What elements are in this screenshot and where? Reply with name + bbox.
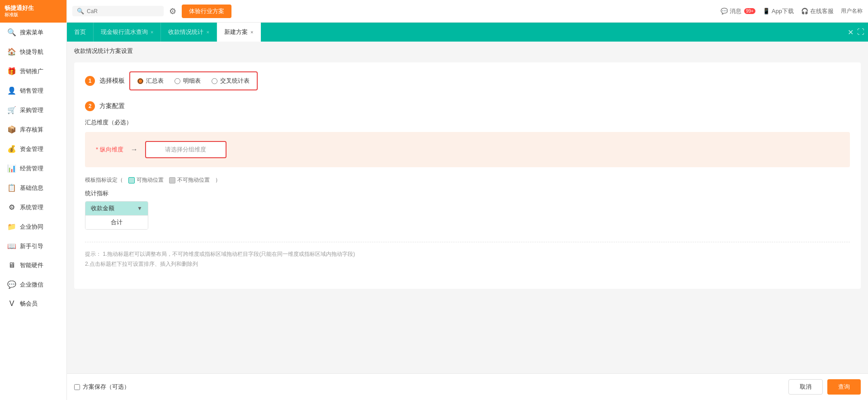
save-checkbox-text: 方案保存（可选） [83,383,130,391]
search-box[interactable]: 🔍 [72,6,164,16]
hint-text-1: 提示： 1.拖动标题栏可以调整布局，不可跨维度或指标区域拖动栏目字段(只能在同一… [85,249,850,259]
main-card: 1 选择模板 汇总表 明细表 交叉统计表 [74,62,861,289]
radio-summary-label: 汇总表 [146,77,164,85]
hint-2: 2.点击标题栏下拉可设置排序、插入列和删除列 [85,261,198,267]
settings-icon[interactable]: ⚙ [169,6,176,16]
sidebar-item-beginner-guide[interactable]: 📖新手引导 [0,236,66,256]
tab-collection-stats[interactable]: 收款情况统计× [161,23,217,42]
sidebar-item-finance[interactable]: 💰资金管理 [0,139,66,159]
template-options: 汇总表 明细表 交叉统计表 [129,71,258,90]
dimension-section-label: 汇总维度（必选） [85,118,850,127]
tab-cash-bank[interactable]: 现金银行流水查询× [94,23,161,42]
tabs-right-actions: ✕ ⛶ [848,28,868,37]
message-action[interactable]: 💬 消息 99+ [721,7,755,15]
sidebar-label-quick-nav: 快捷导航 [20,48,43,56]
service-icon: 🎧 [801,8,808,14]
sidebar-item-marketing[interactable]: 🎁营销推广 [0,61,66,81]
legend-non-draggable-label: 不可拖动位置 [177,176,210,184]
step1-title: 选择模板 [99,77,125,85]
draggable-box [128,177,135,184]
metrics-label: 统计指标 [85,189,850,198]
dimension-row: * 纵向维度 → 请选择分组维度 [96,141,839,158]
sidebar-icon-quick-nav: 🏠 [7,47,16,56]
col-title: 收款金额 [91,204,114,212]
search-input[interactable] [87,8,159,14]
save-checkbox[interactable] [74,384,80,390]
tab-home[interactable]: 首页 [67,23,94,42]
sidebar-logo: 畅捷通好生 标准版 [0,0,66,23]
sidebar-item-enterprise-collab[interactable]: 📁企业协同 [0,217,66,236]
radio-summary[interactable]: 汇总表 [137,77,164,85]
radio-summary-input[interactable] [137,78,143,84]
radio-cross-input[interactable] [212,78,217,84]
step2-section: 2 方案配置 汇总维度（必选） * 纵向维度 → 请选择分组维度 [85,101,850,269]
metrics-header-label: 模板指标设定（ [85,176,123,184]
sidebar-label-search-menu: 搜索菜单 [20,28,43,37]
radio-cross[interactable]: 交叉统计表 [212,77,250,85]
dimension-select[interactable]: 请选择分组维度 [145,141,226,158]
sidebar-item-sales[interactable]: 👤销售管理 [0,81,66,100]
sidebar-item-members[interactable]: V畅会员 [0,294,66,313]
sidebar-icon-system: ⚙ [7,203,16,212]
sidebar-icon-sales: 👤 [7,86,16,95]
sidebar-item-basic-info[interactable]: 📋基础信息 [0,178,66,198]
sidebar-item-system[interactable]: ⚙系统管理 [0,198,66,217]
sidebar-item-quick-nav[interactable]: 🏠快捷导航 [0,42,66,61]
message-badge: 99+ [744,8,755,14]
radio-detail[interactable]: 明细表 [175,77,201,85]
sidebar-item-search-menu[interactable]: 🔍搜索菜单 [0,23,66,42]
sidebar-label-inventory: 库存核算 [20,126,43,134]
tab-label-new-plan: 新建方案 [224,28,248,36]
sidebar-item-inventory[interactable]: 📦库存核算 [0,120,66,139]
sidebar-label-basic-info: 基础信息 [20,184,43,192]
dimension-placeholder: 请选择分组维度 [165,146,206,153]
sidebar-item-purchase[interactable]: 🛒采购管理 [0,100,66,120]
tab-label-home: 首页 [74,28,86,36]
sidebar-icon-search-menu: 🔍 [7,28,16,37]
user-name: 用户名称 [841,8,863,14]
step2-header: 2 方案配置 [85,101,850,111]
sidebar-icon-inventory: 📦 [7,125,16,134]
metrics-table: 收款金额 ▼ 合计 [85,201,148,230]
page-title: 收款情况统计方案设置 [74,47,861,55]
footer: 方案保存（可选） 取消 查询 [67,373,868,400]
sidebar-item-smart-hardware[interactable]: 🖥智能硬件 [0,256,66,275]
radio-cross-label: 交叉统计表 [220,77,250,85]
tab-label-collection-stats: 收款情况统计 [168,28,203,36]
sidebar-icon-beginner-guide: 📖 [7,242,16,250]
query-button[interactable]: 查询 [827,379,861,395]
app-download-action[interactable]: 📱 App下载 [763,7,794,15]
tab-new-plan[interactable]: 新建方案× [217,23,261,42]
legend-draggable-label: 可拖动位置 [137,176,164,184]
sidebar-label-marketing: 营销推广 [20,67,43,75]
hint-label: 提示： [85,251,101,257]
online-service-action[interactable]: 🎧 在线客服 [801,7,834,15]
message-icon: 💬 [721,8,728,14]
sidebar-label-system: 系统管理 [20,203,43,212]
sidebar-icon-marketing: 🎁 [7,67,16,75]
sidebar-label-purchase: 采购管理 [20,106,43,114]
tab-close-new-plan[interactable]: × [250,29,253,35]
arrow-icon: → [131,146,138,154]
tabs-bar: 首页现金银行流水查询×收款情况统计×新建方案× ✕ ⛶ [67,23,868,42]
save-checkbox-label[interactable]: 方案保存（可选） [74,383,130,391]
tab-close-collection-stats[interactable]: × [206,29,209,35]
tab-close-cash-bank[interactable]: × [151,29,153,35]
sidebar-icon-smart-hardware: 🖥 [7,261,16,269]
radio-detail-input[interactable] [175,78,180,84]
cancel-button[interactable]: 取消 [788,379,823,395]
radio-detail-label: 明细表 [183,77,201,85]
col-dropdown-icon[interactable]: ▼ [137,205,142,212]
sidebar-item-enterprise-wechat[interactable]: 💬企业微信 [0,275,66,294]
sidebar-label-enterprise-wechat: 企业微信 [20,281,43,289]
close-tab-icon[interactable]: ✕ [848,28,854,37]
content-area: 收款情况统计方案设置 1 选择模板 汇总表 明细表 [67,42,868,373]
sidebar-label-members: 畅会员 [20,300,38,308]
sidebar: 畅捷通好生 标准版 🔍搜索菜单🏠快捷导航🎁营销推广👤销售管理🛒采购管理📦库存核算… [0,0,67,400]
trial-btn[interactable]: 体验行业方案 [182,5,231,18]
hint-section: 提示： 1.拖动标题栏可以调整布局，不可跨维度或指标区域拖动栏目字段(只能在同一… [85,242,850,269]
sidebar-item-operations[interactable]: 📊经营管理 [0,159,66,178]
maximize-icon[interactable]: ⛶ [857,28,864,36]
topbar: 🔍 ⚙ 体验行业方案 💬 消息 99+ 📱 App下载 🎧 在线客服 用户名称 [67,0,868,23]
sidebar-icon-members: V [7,300,16,308]
